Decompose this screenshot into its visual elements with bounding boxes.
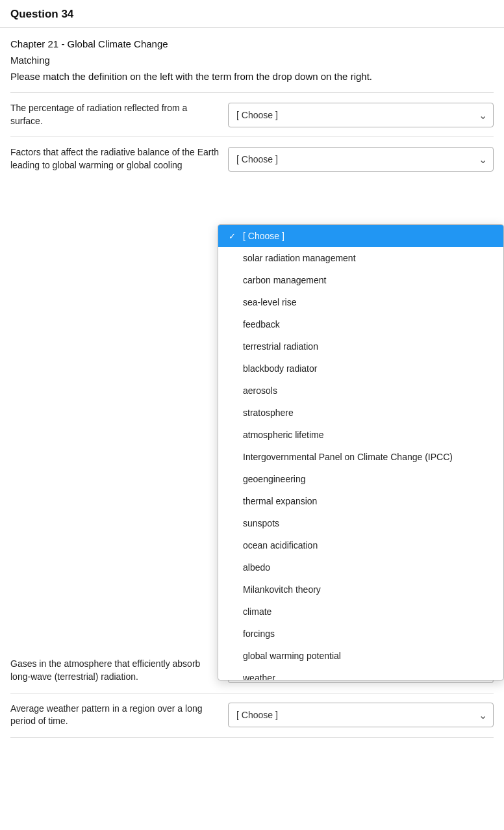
dropdown-item-sunspots[interactable]: sunspots [218, 512, 503, 534]
dropdown-label-atmospheric-lifetime: atmospheric lifetime [243, 430, 324, 440]
dropdown-item-ocean[interactable]: ocean acidification [218, 534, 503, 556]
select-wrapper-1: [ Choose ] ⌄ [228, 103, 494, 127]
select-1[interactable]: [ Choose ] [228, 103, 494, 127]
dropdown-item-milankovitch[interactable]: Milankovitch theory [218, 578, 503, 601]
definition-1: The percentage of radiation reflected fr… [10, 102, 228, 127]
dropdown-label-weather: weather [243, 673, 275, 680]
dropdown-label-sunspots: sunspots [243, 518, 279, 528]
matching-row-2: Factors that affect the radiative balanc… [10, 137, 494, 181]
dropdown-item-carbon-mgmt[interactable]: carbon management [218, 269, 503, 291]
dropdown-item-thermal[interactable]: thermal expansion [218, 490, 503, 512]
dropdown-item-geoengineering[interactable]: geoengineering [218, 468, 503, 490]
dropdown-item-terrestrial[interactable]: terrestrial radiation [218, 335, 503, 357]
dropdown-item-choose[interactable]: ✓ [ Choose ] [218, 225, 503, 247]
matching-row-1: The percentage of radiation reflected fr… [10, 93, 494, 137]
question-type: Matching [10, 55, 494, 66]
dropdown-item-atmospheric-lifetime[interactable]: atmospheric lifetime [218, 424, 503, 446]
dropdown-item-feedback[interactable]: feedback [218, 313, 503, 335]
dropdown-item-sea-level[interactable]: sea-level rise [218, 291, 503, 313]
chapter-title: Chapter 21 - Global Climate Change [10, 38, 494, 49]
page: Question 34 Chapter 21 - Global Climate … [0, 0, 504, 830]
definition-10: Average weather pattern in a region over… [10, 703, 228, 728]
dropdown-item-ipcc[interactable]: Intergovernmental Panel on Climate Chang… [218, 446, 503, 468]
checkmark-icon: ✓ [229, 231, 239, 241]
definition-9: Gases in the atmosphere that efficiently… [10, 658, 228, 683]
dropdown-label-choose: [ Choose ] [243, 231, 284, 241]
definition-2: Factors that affect the radiative balanc… [10, 146, 228, 172]
dropdown-label-milankovitch: Milankovitch theory [243, 584, 321, 595]
dropdown-item-albedo[interactable]: albedo [218, 556, 503, 578]
select-2[interactable]: [ Choose ] [228, 147, 494, 172]
dropdown-label-terrestrial: terrestrial radiation [243, 341, 318, 352]
dropdown-item-aerosols[interactable]: aerosols [218, 380, 503, 402]
dropdown-item-gwp[interactable]: global warming potential [218, 645, 503, 667]
dropdown-item-blackbody[interactable]: blackbody radiator [218, 357, 503, 380]
dropdown-label-ipcc: Intergovernmental Panel on Climate Chang… [243, 452, 453, 462]
dropdown-label-sea-level: sea-level rise [243, 297, 296, 307]
dropdown-label-stratosphere: stratosphere [243, 408, 294, 418]
dropdown-item-forcings[interactable]: forcings [218, 623, 503, 645]
dropdown-overlay: ✓ [ Choose ] solar radiation management … [218, 224, 504, 681]
select-wrapper-10: [ Choose ] ⌄ [228, 703, 494, 727]
dropdown-label-carbon-mgmt: carbon management [243, 275, 326, 285]
dropdown-label-thermal: thermal expansion [243, 496, 317, 506]
dropdown-item-climate[interactable]: climate [218, 601, 503, 623]
dropdown-label-albedo: albedo [243, 562, 270, 573]
dropdown-label-gwp: global warming potential [243, 651, 341, 661]
instruction: Please match the definition on the left … [10, 71, 494, 82]
dropdown-label-aerosols: aerosols [243, 385, 277, 396]
dropdown-list: ✓ [ Choose ] solar radiation management … [218, 225, 503, 680]
dropdown-label-solar: solar radiation management [243, 253, 356, 263]
dropdown-label-ocean: ocean acidification [243, 540, 318, 551]
dropdown-label-blackbody: blackbody radiator [243, 363, 317, 374]
matching-row-10: Average weather pattern in a region over… [10, 694, 494, 738]
question-title: Question 34 [10, 8, 73, 20]
content: Chapter 21 - Global Climate Change Match… [0, 28, 504, 738]
dropdown-item-stratosphere[interactable]: stratosphere [218, 402, 503, 424]
select-10[interactable]: [ Choose ] [228, 703, 494, 727]
dropdown-item-weather[interactable]: weather [218, 667, 503, 680]
select-wrapper-2: [ Choose ] ⌄ [228, 147, 494, 172]
header: Question 34 [0, 0, 504, 28]
dropdown-item-solar[interactable]: solar radiation management [218, 247, 503, 269]
dropdown-label-climate: climate [243, 606, 271, 617]
dropdown-label-feedback: feedback [243, 319, 280, 330]
dropdown-label-forcings: forcings [243, 629, 275, 639]
dropdown-label-geoengineering: geoengineering [243, 474, 306, 484]
